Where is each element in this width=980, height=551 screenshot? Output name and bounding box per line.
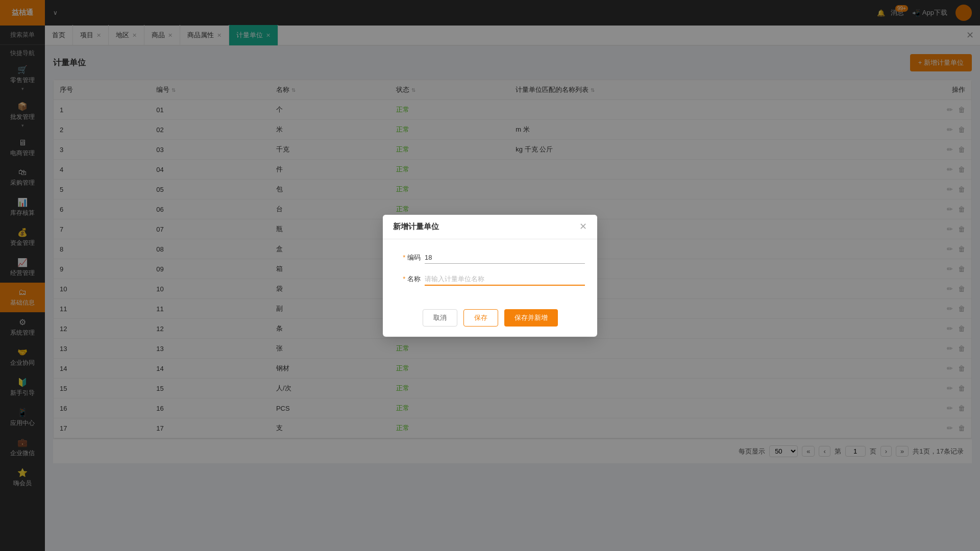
required-marker: *	[403, 254, 405, 261]
code-label: * 编码	[395, 253, 421, 262]
save-and-new-button[interactable]: 保存并新增	[504, 309, 558, 327]
modal-close-button[interactable]: ✕	[579, 222, 587, 231]
required-marker: *	[403, 275, 405, 283]
name-label-text: 名称	[407, 275, 421, 283]
name-input[interactable]	[425, 273, 585, 286]
code-label-text: 编码	[407, 254, 421, 261]
modal-body: * 编码 * 名称	[383, 239, 597, 303]
add-unit-modal: 新增计量单位 ✕ * 编码 * 名称 取消 保存 保存并新增	[383, 215, 597, 337]
modal-overlay[interactable]: 新增计量单位 ✕ * 编码 * 名称 取消 保存 保存并新增	[0, 0, 980, 551]
name-label: * 名称	[395, 274, 421, 284]
cancel-button[interactable]: 取消	[423, 309, 457, 327]
code-form-row: * 编码	[395, 252, 585, 264]
modal-header: 新增计量单位 ✕	[383, 215, 597, 239]
name-form-row: * 名称	[395, 273, 585, 286]
modal-footer: 取消 保存 保存并新增	[383, 303, 597, 337]
modal-title: 新增计量单位	[393, 222, 439, 232]
code-input[interactable]	[425, 252, 585, 264]
save-button[interactable]: 保存	[463, 309, 498, 327]
